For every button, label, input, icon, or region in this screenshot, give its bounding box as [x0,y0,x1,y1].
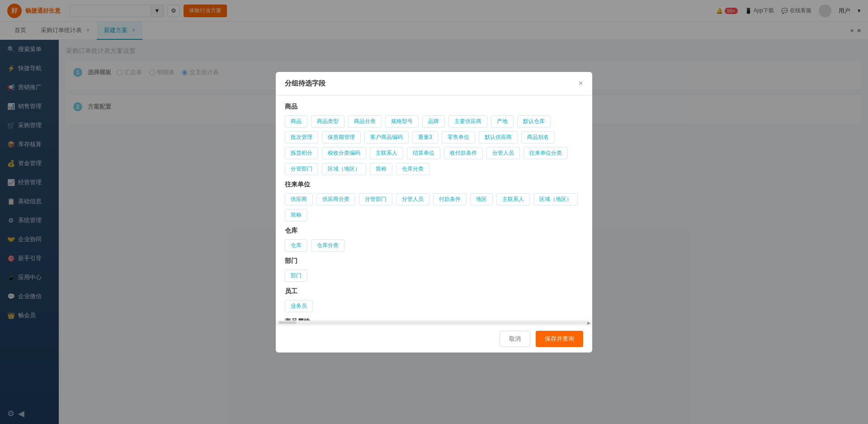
field-tag-default-warehouse[interactable]: 默认仓库 [517,115,551,128]
field-tag-main-contact[interactable]: 主联系人 [370,147,403,159]
field-tag-retail-unit[interactable]: 零售单位 [442,131,475,143]
field-tag-shelf-life[interactable]: 保质期管理 [322,131,361,143]
partner-fields-grid: 供应商 供应商分类 分管部门 分管人员 付款条件 地区 主联系人 区域（地区） … [285,193,583,221]
modal-title: 分组待选字段 [285,79,326,88]
field-tag-supplier[interactable]: 供应商 [285,193,313,205]
field-tag-product[interactable]: 商品 [285,115,307,128]
field-tag-warehouse-cat[interactable]: 仓库分类 [396,163,429,175]
field-tag-dept-partner[interactable]: 分管部门 [359,193,392,205]
modal-header: 分组待选字段 × [276,72,592,95]
field-tag-brand[interactable]: 品牌 [422,115,445,128]
field-tag-supplier-cat[interactable]: 供应商分类 [316,193,355,205]
field-tag-origin[interactable]: 产地 [491,115,514,128]
field-select-modal: 分组待选字段 × 商品 商品 商品类型 商品分类 规格型号 品牌 主要供应商 产… [276,72,592,353]
field-tag-weight[interactable]: 重量3 [412,131,438,143]
field-tag-customer-code[interactable]: 客户商品编码 [364,131,409,143]
field-tag-pick-points[interactable]: 拣货积分 [285,147,318,159]
field-tag-salesperson[interactable]: 业务员 [285,300,313,312]
field-tag-warehouse-category[interactable]: 仓库分类 [311,239,344,252]
department-fields-grid: 部门 [285,270,583,282]
field-tag-dept-mgmt[interactable]: 分管部门 [285,163,318,175]
field-tag-batch-mgmt[interactable]: 批次管理 [285,131,318,143]
field-tag-area[interactable]: 地区 [470,193,493,205]
section-title-warehouse: 仓库 [285,227,583,235]
modal-footer: 取消 保存并查询 [276,325,592,353]
field-tag-payment-terms[interactable]: 收付款条件 [444,147,483,159]
hscrollbar-thumb[interactable] [278,321,297,324]
cancel-button[interactable]: 取消 [500,331,530,347]
field-tag-supervisor-partner[interactable]: 分管人员 [396,193,429,205]
save-query-button[interactable]: 保存并查询 [536,331,583,347]
field-tag-tax-code[interactable]: 税收分类编码 [322,147,366,159]
section-title-employee: 员工 [285,287,583,295]
product-fields-grid: 商品 商品类型 商品分类 规格型号 品牌 主要供应商 产地 默认仓库 批次管理 … [285,115,583,175]
field-tag-short-name[interactable]: 简称 [370,163,392,175]
field-tag-settlement-unit[interactable]: 结算单位 [407,147,440,159]
field-tag-partner-category[interactable]: 往来单位分类 [524,147,568,159]
field-tag-region[interactable]: 区域（地区） [322,163,366,175]
field-tag-main-supplier[interactable]: 主要供应商 [448,115,487,128]
section-title-product: 商品 [285,103,583,111]
field-tag-product-type[interactable]: 商品类型 [311,115,344,128]
field-tag-supervisor[interactable]: 分管人员 [486,147,520,159]
hscrollbar-track [297,321,587,324]
warehouse-fields-grid: 仓库 仓库分类 [285,239,583,252]
modal-close-button[interactable]: × [578,79,583,87]
employee-fields-grid: 业务员 [285,300,583,312]
section-title-partner: 往来单位 [285,181,583,189]
field-tag-department[interactable]: 部门 [285,270,307,282]
field-tag-short-name-partner[interactable]: 简称 [285,209,307,221]
modal-overlay: 分组待选字段 × 商品 商品 商品类型 商品分类 规格型号 品牌 主要供应商 产… [0,0,868,424]
field-tag-warehouse[interactable]: 仓库 [285,239,307,252]
field-tag-product-alias[interactable]: 商品别名 [521,131,555,143]
modal-body: 商品 商品 商品类型 商品分类 规格型号 品牌 主要供应商 产地 默认仓库 批次… [276,95,592,320]
field-tag-spec-model[interactable]: 规格型号 [385,115,419,128]
field-tag-default-supplier[interactable]: 默认供应商 [479,131,518,143]
field-tag-payment-cond[interactable]: 付款条件 [433,193,467,205]
field-tag-region-partner[interactable]: 区域（地区） [533,193,578,205]
section-title-department: 部门 [285,257,583,265]
field-tag-main-contact-partner[interactable]: 主联系人 [496,193,530,205]
field-tag-product-category[interactable]: 商品分类 [348,115,382,128]
